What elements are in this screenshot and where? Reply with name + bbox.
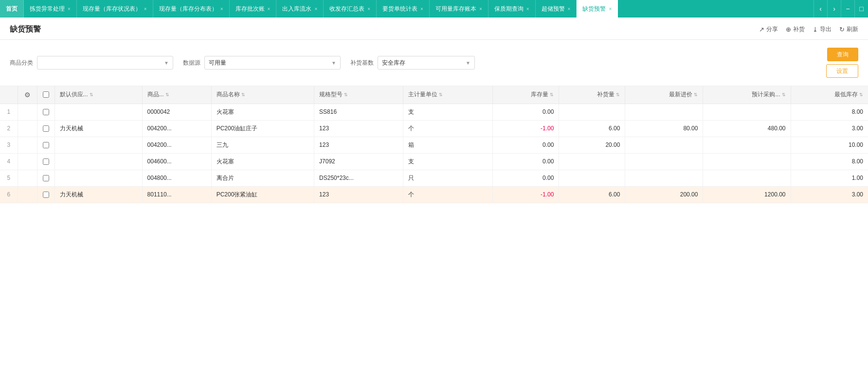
category-select-arrow-icon: ▼ (164, 60, 169, 66)
tab-close-overstock[interactable]: × (568, 6, 571, 12)
refresh-icon: ↻ (839, 26, 845, 33)
cell-latest-price-2 (625, 137, 703, 153)
filter-actions: 查询 设置 (826, 48, 858, 78)
cell-stock-5: -1.00 (493, 186, 559, 203)
cell-spec-3: J7092 (314, 153, 403, 170)
cell-product-name-3: 火花塞 (211, 153, 314, 170)
row-checkbox-4[interactable] (43, 175, 49, 181)
tab-minimize-button[interactable]: − (841, 0, 854, 18)
cell-checkbox-2[interactable] (37, 137, 54, 153)
tab-close-shortage[interactable]: × (609, 6, 612, 12)
tab-overstock[interactable]: 超储预警 × (536, 0, 577, 18)
tab-abnormal[interactable]: 拣货异常处理 × (24, 0, 77, 18)
cell-est-purchase-3 (703, 153, 791, 170)
tab-close-available-ledger[interactable]: × (479, 6, 482, 12)
th-stock: 库存量 ⇅ (493, 86, 559, 104)
cell-unit-4: 只 (403, 170, 493, 186)
table-row: 1 0000042 火花塞 SS816 支 0.00 8.00 (0, 104, 868, 120)
cell-index-1: 2 (0, 120, 18, 137)
tab-prev-button[interactable]: ‹ (814, 0, 827, 18)
settings-button[interactable]: 设置 (826, 64, 858, 78)
cell-checkbox-3[interactable] (37, 153, 54, 170)
share-button[interactable]: ↗ 分享 (759, 25, 778, 34)
tab-inout-flow[interactable]: 出入库流水 × (276, 0, 324, 18)
tab-close-batch[interactable]: × (268, 6, 271, 12)
datasource-select[interactable]: 可用量 ▼ (204, 56, 341, 70)
cell-supplier-5: 力天机械 (54, 186, 142, 203)
cell-min-stock-4: 1.00 (791, 170, 868, 186)
replenish-base-select-value: 安全库存 (382, 59, 405, 67)
th-product-code: 商品... ⇅ (142, 86, 211, 104)
select-all-checkbox-wrap[interactable] (42, 91, 50, 98)
tab-next-button[interactable]: › (827, 0, 841, 18)
tab-inventory-dist[interactable]: 现存量（库存分布表） × (153, 0, 230, 18)
replenish-qty-sort-icon: ⇅ (616, 92, 620, 97)
replenish-button[interactable]: ⊕ 补货 (786, 25, 805, 34)
tab-maximize-button[interactable]: □ (854, 0, 868, 18)
refresh-button[interactable]: ↻ 刷新 (839, 25, 858, 34)
tab-home[interactable]: 首页 (0, 0, 24, 18)
tab-inventory-status[interactable]: 现存量（库存状况表） × (77, 0, 153, 18)
cell-replenish-qty-3 (559, 153, 625, 170)
cell-gear-4 (18, 170, 37, 186)
cell-checkbox-5[interactable] (37, 186, 54, 203)
tab-close-expiry[interactable]: × (526, 6, 529, 12)
select-all-checkbox[interactable] (43, 91, 49, 98)
tab-close-inout-flow[interactable]: × (314, 6, 317, 12)
cell-supplier-1: 力天机械 (54, 120, 142, 137)
cell-index-5: 6 (0, 186, 18, 203)
cell-supplier-0 (54, 104, 142, 120)
tab-shortage[interactable]: 缺货预警 × (577, 0, 618, 18)
table-row: 2 力天机械 004200... PC200油缸庄子 123 个 -1.00 6… (0, 120, 868, 137)
table-row: 4 004600... 火花塞 J7092 支 0.00 8.00 (0, 153, 868, 170)
cell-checkbox-0[interactable] (37, 104, 54, 120)
cell-est-purchase-1: 480.00 (703, 120, 791, 137)
share-icon: ↗ (759, 26, 764, 33)
cell-spec-1: 123 (314, 120, 403, 137)
cell-unit-2: 箱 (403, 137, 493, 153)
cell-spec-5: 123 (314, 186, 403, 203)
export-button[interactable]: ⤓ 导出 (813, 25, 832, 34)
th-product-name: 商品名称 ⇅ (211, 86, 314, 104)
cell-checkbox-1[interactable] (37, 120, 54, 137)
row-checkbox-5[interactable] (43, 192, 49, 198)
tab-close-order-stats[interactable]: × (420, 6, 423, 12)
est-purchase-sort-icon: ⇅ (782, 92, 786, 97)
cell-product-code-0: 0000042 (142, 104, 211, 120)
cell-supplier-4 (54, 170, 142, 186)
tab-close-abnormal[interactable]: × (68, 6, 71, 12)
cell-checkbox-4[interactable] (37, 170, 54, 186)
row-checkbox-3[interactable] (43, 158, 49, 165)
replenish-base-select[interactable]: 安全库存 ▼ (378, 56, 475, 70)
tab-close-inventory-dist[interactable]: × (220, 6, 223, 12)
th-replenish-qty: 补货量 ⇅ (559, 86, 625, 104)
column-settings-button[interactable]: ⚙ (23, 90, 32, 100)
cell-supplier-2 (54, 137, 142, 153)
row-checkbox-0[interactable] (43, 109, 49, 115)
tab-order-stats[interactable]: 要货单统计表 × (377, 0, 430, 18)
cell-min-stock-2: 10.00 (791, 137, 868, 153)
row-checkbox-2[interactable] (43, 142, 49, 148)
tab-batch[interactable]: 库存批次账 × (230, 0, 277, 18)
filter-datasource-group: 数据源 可用量 ▼ (183, 56, 341, 70)
cell-spec-4: DS250*23c... (314, 170, 403, 186)
tab-receive-summary[interactable]: 收发存汇总表 × (324, 0, 377, 18)
th-supplier: 默认供应... ⇅ (54, 86, 142, 104)
tab-expiry[interactable]: 保质期查询 × (488, 0, 536, 18)
table-row: 6 力天机械 801110... PC200张紧油缸 123 个 -1.00 6… (0, 186, 868, 203)
cell-product-code-2: 004200... (142, 137, 211, 153)
tab-available-ledger[interactable]: 可用量库存账本 × (430, 0, 488, 18)
tab-close-inventory-status[interactable]: × (144, 6, 147, 12)
cell-gear-3 (18, 153, 37, 170)
datasource-label: 数据源 (183, 59, 200, 67)
cell-product-name-1: PC200油缸庄子 (211, 120, 314, 137)
cell-index-3: 4 (0, 153, 18, 170)
cell-est-purchase-0 (703, 104, 791, 120)
query-button[interactable]: 查询 (827, 48, 858, 61)
category-select[interactable]: ▼ (37, 56, 173, 70)
tab-close-receive-summary[interactable]: × (367, 6, 370, 12)
filter-bar: 商品分类 ▼ 数据源 可用量 ▼ 补货基数 安全库存 ▼ 查询 设置 (0, 40, 868, 86)
row-checkbox-1[interactable] (43, 125, 49, 132)
cell-index-4: 5 (0, 170, 18, 186)
th-latest-price: 最新进价 ⇅ (625, 86, 703, 104)
